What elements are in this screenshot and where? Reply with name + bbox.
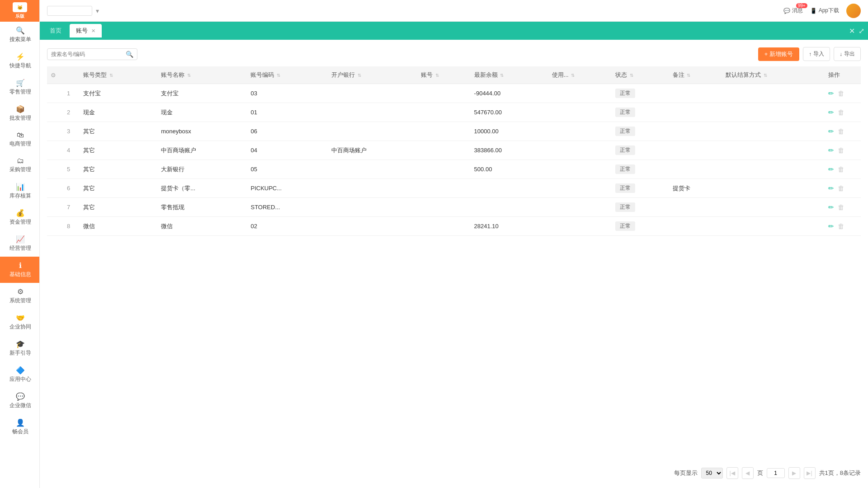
- user-avatar[interactable]: [846, 4, 861, 18]
- delete-button[interactable]: 🗑: [838, 184, 844, 192]
- sidebar-item-search[interactable]: 🔍 搜索菜单: [0, 22, 39, 48]
- sidebar-item-member[interactable]: 👤 畅会员: [0, 414, 39, 440]
- row-actions: ✏ 🗑: [828, 146, 857, 155]
- edit-button[interactable]: ✏: [828, 165, 834, 174]
- cell-code: STORED...: [247, 198, 328, 217]
- search-input[interactable]: [51, 51, 123, 57]
- sidebar-item-inventory[interactable]: 📊 库存核算: [0, 178, 39, 204]
- sidebar-item-inventory-label: 库存核算: [1, 192, 39, 200]
- edit-button[interactable]: ✏: [828, 184, 834, 192]
- cell-remark: [669, 103, 722, 122]
- cell-code: 06: [247, 122, 328, 141]
- sidebar-item-ecommerce[interactable]: 🛍 电商管理: [0, 127, 39, 152]
- last-page-button[interactable]: ▶|: [804, 467, 816, 479]
- row-actions: ✏ 🗑: [828, 222, 857, 230]
- main-panel: ▾ 💬 消息 99+ 📱 App下载 首页 账号 ✕ ✕ ⤢: [40, 0, 868, 488]
- edit-button[interactable]: ✏: [828, 127, 834, 136]
- sidebar-item-quicknav[interactable]: ⚡ 快捷导航: [0, 48, 39, 74]
- toolbar-right: + 新增账号 ↑ 导入 ↓ 导出: [758, 47, 861, 61]
- prev-page-button[interactable]: ◀: [742, 467, 754, 479]
- cell-bank: [328, 84, 417, 103]
- import-icon: ↑: [809, 51, 811, 57]
- cell-name: 现金: [157, 103, 247, 122]
- topbar-search-input[interactable]: [47, 6, 92, 16]
- sidebar-item-retail[interactable]: 🛒 零售管理: [0, 74, 39, 100]
- delete-button[interactable]: 🗑: [838, 89, 844, 97]
- search-box[interactable]: 🔍: [47, 48, 137, 60]
- cell-checkbox: [47, 141, 63, 160]
- cell-bank: [328, 103, 417, 122]
- add-account-button[interactable]: + 新增账号: [758, 47, 799, 61]
- cell-default-settlement: [722, 217, 825, 236]
- sidebar-item-finance[interactable]: 💰 资金管理: [0, 204, 39, 230]
- col-account[interactable]: 账号 ⇅: [417, 66, 470, 84]
- logo-icon: 🐱: [13, 2, 27, 12]
- export-button[interactable]: ↓ 导出: [834, 47, 861, 61]
- col-code[interactable]: 账号编码 ⇅: [247, 66, 328, 84]
- sort-usage-icon: ⇅: [571, 73, 575, 78]
- cell-code: 04: [247, 141, 328, 160]
- delete-button[interactable]: 🗑: [838, 127, 844, 135]
- tab-home[interactable]: 首页: [43, 24, 68, 38]
- sidebar-item-agreement[interactable]: 🤝 企业协同: [0, 309, 39, 335]
- tab-account-close[interactable]: ✕: [91, 28, 95, 34]
- topbar-dropdown-icon[interactable]: ▾: [96, 7, 99, 14]
- sidebar-item-system-label: 系统管理: [1, 297, 39, 305]
- cell-account: [417, 122, 470, 141]
- cell-bank: [328, 160, 417, 179]
- cell-num: 1: [63, 84, 80, 103]
- cell-balance: 10000.00: [471, 122, 548, 141]
- col-bank[interactable]: 开户银行 ⇅: [328, 66, 417, 84]
- sidebar-item-system[interactable]: ⚙ 系统管理: [0, 283, 39, 309]
- status-badge: 正常: [615, 164, 635, 174]
- sidebar-item-wholesale[interactable]: 📦 批发管理: [0, 100, 39, 127]
- cell-bank: [328, 217, 417, 236]
- first-page-button[interactable]: |◀: [726, 467, 738, 479]
- sidebar-item-guide[interactable]: 🎓 新手引导: [0, 335, 39, 361]
- delete-button[interactable]: 🗑: [838, 146, 844, 154]
- edit-button[interactable]: ✏: [828, 203, 834, 211]
- delete-button[interactable]: 🗑: [838, 222, 844, 230]
- edit-button[interactable]: ✏: [828, 222, 834, 230]
- per-page-select[interactable]: 50: [701, 468, 723, 479]
- delete-button[interactable]: 🗑: [838, 108, 844, 116]
- cell-type: 现金: [80, 103, 157, 122]
- sort-type-icon: ⇅: [109, 73, 113, 78]
- edit-button[interactable]: ✏: [828, 89, 834, 98]
- col-name[interactable]: 账号名称 ⇅: [157, 66, 247, 84]
- sidebar-item-operation[interactable]: 📈 经营管理: [0, 230, 39, 257]
- cell-usage: [548, 179, 612, 198]
- sort-status-icon: ⇅: [630, 73, 633, 78]
- cell-default-settlement: [722, 103, 825, 122]
- sidebar-item-basic[interactable]: ℹ 基础信息: [0, 257, 39, 283]
- delete-button[interactable]: 🗑: [838, 203, 844, 211]
- import-button[interactable]: ↑ 导入: [803, 47, 830, 61]
- sidebar-item-purchase[interactable]: 🗂 采购管理: [0, 152, 39, 178]
- col-default-settlement[interactable]: 默认结算方式 ⇅: [722, 66, 825, 84]
- cell-account: [417, 141, 470, 160]
- sidebar-item-wechat[interactable]: 💬 企业微信: [0, 388, 39, 414]
- cell-name: 中百商场账户: [157, 141, 247, 160]
- edit-button[interactable]: ✏: [828, 108, 834, 117]
- delete-button[interactable]: 🗑: [838, 165, 844, 173]
- col-remark[interactable]: 备注 ⇅: [669, 66, 722, 84]
- col-settings[interactable]: ⚙: [47, 66, 63, 84]
- messages-button[interactable]: 💬 消息 99+: [783, 7, 803, 14]
- col-usage[interactable]: 使用... ⇅: [548, 66, 612, 84]
- col-balance[interactable]: 最新余额 ⇅: [471, 66, 548, 84]
- page-input[interactable]: [767, 468, 785, 478]
- cell-balance: 500.00: [471, 160, 548, 179]
- tab-close-all-icon[interactable]: ✕: [849, 27, 855, 35]
- table-row: 7 其它 零售抵现 STORED... 正常 ✏ 🗑: [47, 198, 861, 217]
- col-status[interactable]: 状态 ⇅: [612, 66, 669, 84]
- next-page-button[interactable]: ▶: [788, 467, 800, 479]
- tab-expand-icon[interactable]: ⤢: [859, 27, 864, 35]
- edit-button[interactable]: ✏: [828, 146, 834, 155]
- sidebar-item-appcenter[interactable]: 🔷 应用中心: [0, 361, 39, 388]
- appcenter-icon: 🔷: [1, 366, 39, 375]
- cell-code: PICKUPC...: [247, 179, 328, 198]
- col-type[interactable]: 账号类型 ⇅: [80, 66, 157, 84]
- app-download-button[interactable]: 📱 App下载: [810, 7, 839, 14]
- sidebar-item-ecommerce-label: 电商管理: [1, 140, 39, 148]
- tab-account[interactable]: 账号 ✕: [70, 24, 102, 38]
